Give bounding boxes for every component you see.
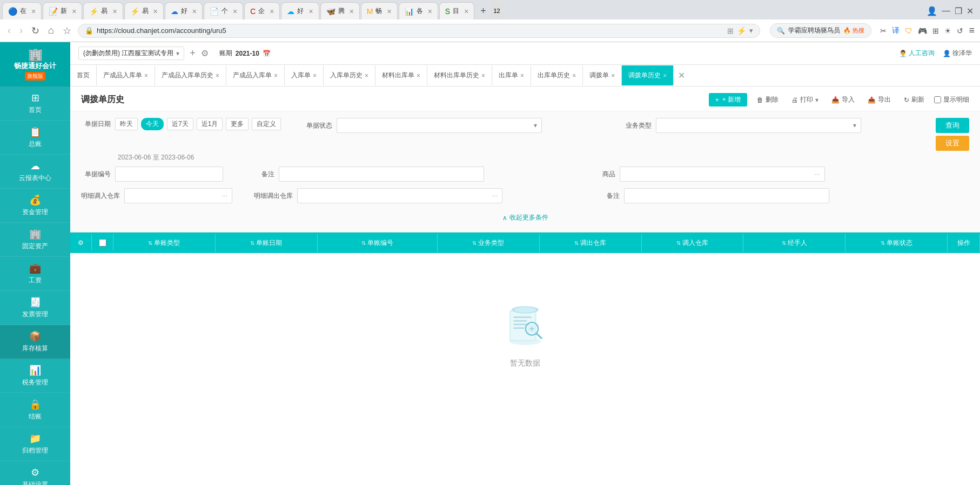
menu-icon[interactable]: ≡ [969,25,975,36]
tab-product-in-close[interactable]: × [144,72,148,79]
th-number[interactable]: ⇅ 单账编号 [318,234,438,252]
tab10-close[interactable]: × [387,7,391,16]
tab1-close[interactable]: × [31,7,36,16]
tab-home[interactable]: 首页 [70,65,97,85]
company-settings-icon[interactable]: ⚙ [201,48,209,58]
in-wh-dots[interactable]: ··· [222,192,227,200]
tab4-close[interactable]: × [153,7,158,16]
tab-product-in[interactable]: 产成品入库单 × [97,65,155,85]
sidebar-item-report[interactable]: ☁ 云报表中心 [0,155,70,189]
today-btn[interactable]: 今天 [141,118,164,130]
delete-button[interactable]: 🗑 删除 [754,93,782,107]
new-button[interactable]: + + 新增 [709,93,747,107]
back-button[interactable]: ‹ [5,24,13,37]
th-type[interactable]: ⇅ 单账类型 [113,234,216,252]
browser-tab-10[interactable]: M 畅 × [361,2,398,19]
tab-in-hist[interactable]: 入库单历史 × [324,65,375,85]
import-button[interactable]: 📥 导入 [828,93,858,107]
tab11-close[interactable]: × [428,7,432,16]
browser-tab-4[interactable]: ⚡ 易 × [124,2,164,19]
tab-mat-out-close[interactable]: × [417,72,420,79]
browser-tab-1[interactable]: 🔵 在 × [2,2,42,19]
custom-btn[interactable]: 自定义 [252,118,281,130]
last-month-btn[interactable]: 近1月 [197,118,223,130]
home-button[interactable]: ⌂ [46,24,56,37]
th-in-wh[interactable]: ⇅ 调入仓库 [642,234,744,252]
translate-icon[interactable]: 译 [892,26,900,36]
tab-product-in2-close[interactable]: × [274,72,278,79]
th-date[interactable]: ⇅ 单账日期 [216,234,318,252]
tab-out-order[interactable]: 出库单 × [492,65,531,85]
close-all-tabs-button[interactable]: ✕ [674,65,689,86]
minimize-icon[interactable]: — [942,6,950,16]
tab3-close[interactable]: × [112,7,117,16]
tab-out-hist[interactable]: 出库单历史 × [531,65,583,85]
select-all-checkbox[interactable] [99,239,106,247]
scissors-icon[interactable]: ✂ [880,26,887,35]
sidebar-item-ledger[interactable]: 📋 总账 [0,121,70,155]
refresh-button[interactable]: ↻ [29,24,42,38]
brightness-icon[interactable]: ☀ [944,26,951,35]
number-input[interactable] [115,167,223,182]
browser-tab-9[interactable]: 🦋 腾 × [320,2,360,19]
extension-icon1[interactable]: 🛡 [905,26,912,35]
remark-input[interactable] [279,167,484,182]
goods-select[interactable]: ··· [620,167,825,182]
browser-tab-11[interactable]: 📊 各 × [399,2,438,19]
undo-icon[interactable]: ↺ [957,26,963,35]
sidebar-item-wages[interactable]: 💼 工资 [0,257,70,291]
th-checkbox[interactable] [92,235,113,251]
goods-dots[interactable]: ··· [814,170,820,178]
search-section[interactable]: 🔍 学霸应聘场驱鸟员 🔥 热搜 [770,23,871,38]
tab-in-order-close[interactable]: × [313,72,317,79]
th-status[interactable]: ⇅ 单账状态 [845,234,948,252]
th-gear[interactable]: ⚙ [70,235,92,251]
add-company-button[interactable]: + [190,48,196,59]
more-btn[interactable]: 更多 [226,118,249,130]
sidebar-item-assets[interactable]: 🏢 固定资产 [0,223,70,257]
print-button[interactable]: 🖨 打印 ▾ [788,93,822,107]
biz-select[interactable]: ▾ [656,118,861,133]
tab12-close[interactable]: × [464,7,468,16]
tab-transfer-hist-close[interactable]: × [663,72,667,79]
in-wh-select[interactable]: ··· [124,188,232,203]
browser-tab-7[interactable]: C 企 × [244,2,280,19]
filter-settings-button[interactable]: 设置 [936,136,969,151]
sidebar-item-inventory[interactable]: 📦 库存核算 [0,325,70,359]
export-button[interactable]: 📤 导出 [864,93,894,107]
collapse-button[interactable]: ∧ 收起更多条件 [81,210,969,225]
tab-in-order[interactable]: 入库单 × [285,65,324,85]
close-window-icon[interactable]: ✕ [966,6,974,16]
support-button[interactable]: 👨‍💼 人工咨询 [899,49,935,58]
tab-transfer-hist[interactable]: 调拨单历史 × [622,65,674,85]
query-button[interactable]: 查询 [936,118,969,133]
browser-tab-3[interactable]: ⚡ 易 × [83,2,123,19]
browser-tab-12[interactable]: S 目 × [439,2,475,19]
sidebar-item-invoice[interactable]: 🧾 发票管理 [0,291,70,325]
tab9-close[interactable]: × [350,7,354,16]
refresh-button[interactable]: ↻ 刷新 [901,93,928,107]
grid-view-icon[interactable]: ⊞ [932,26,939,35]
dropdown-icon[interactable]: ▾ [749,26,753,35]
tab6-close[interactable]: × [233,7,237,16]
tab-out-order-close[interactable]: × [520,72,524,79]
browser-tab-2[interactable]: 📝 新 × [43,2,82,19]
sidebar-item-tax[interactable]: 📊 税务管理 [0,359,70,393]
sidebar-item-archive[interactable]: 📁 归档管理 [0,427,70,461]
sidebar-item-settings[interactable]: ⚙ 基础设置 [0,461,70,485]
th-handler[interactable]: ⇅ 经手人 [743,234,845,252]
out-wh-dots[interactable]: ··· [492,192,498,200]
tab-mat-out-hist[interactable]: 材料出库单历史 × [427,65,492,85]
address-input[interactable]: 🔒 https://cloud.chanjet.com/accounting/u… [78,24,761,38]
note-input[interactable] [624,188,829,203]
tab-product-in-hist[interactable]: 产成品入库单历史 × [155,65,226,85]
tab2-close[interactable]: × [72,7,76,16]
browser-tab-8[interactable]: ☁ 好 × [281,2,319,19]
forward-button[interactable]: › [17,24,25,37]
display-toggle-checkbox[interactable] [934,96,941,103]
yesterday-btn[interactable]: 昨天 [115,118,138,130]
tab-transfer[interactable]: 调拨单 × [583,65,622,85]
restore-icon[interactable]: ❐ [955,6,962,16]
sidebar-item-close[interactable]: 🔒 结账 [0,393,70,427]
th-biz[interactable]: ⇅ 业务类型 [438,234,540,252]
